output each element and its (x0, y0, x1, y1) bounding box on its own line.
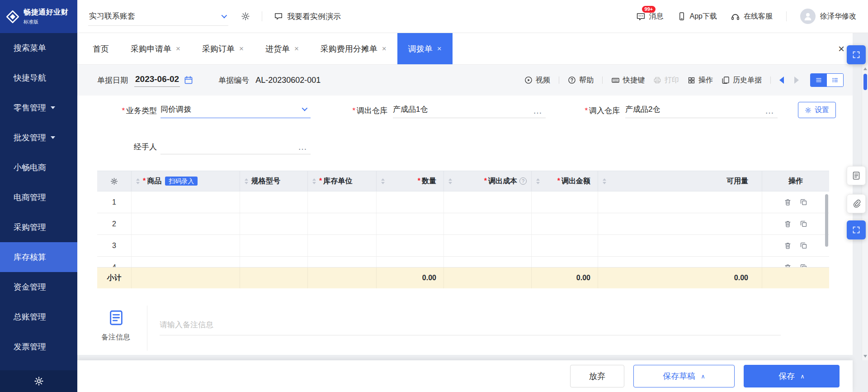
user-menu[interactable]: 徐泽华修改 (800, 9, 856, 24)
cell-unit[interactable] (308, 257, 377, 268)
demo-link[interactable]: 我要看实例演示 (274, 11, 341, 22)
in-warehouse-field[interactable]: 产成品2仓 … (625, 101, 778, 118)
print-button[interactable]: 打印 (653, 76, 679, 85)
settings-button[interactable]: 设置 (798, 102, 836, 118)
tab-transfer-order[interactable]: 调拨单× (397, 33, 453, 64)
cell-qty[interactable] (377, 235, 444, 256)
grid-column-settings[interactable] (97, 171, 132, 191)
column-header-spec[interactable]: 规格型号 (240, 171, 308, 191)
tab-goods-receipt[interactable]: 进货单× (255, 33, 310, 64)
cell-product[interactable] (132, 191, 240, 213)
cell-qty[interactable] (377, 257, 444, 268)
discard-button[interactable]: 放弃 (570, 365, 624, 387)
sidebar-item-invoice[interactable]: 发票管理 (0, 332, 77, 362)
expand-panel-button[interactable] (847, 220, 866, 239)
cell-product[interactable] (132, 235, 240, 256)
chevron-down-icon[interactable] (302, 105, 308, 111)
scrollbar-thumb[interactable] (863, 74, 867, 90)
fullscreen-button[interactable] (847, 45, 866, 64)
cell-spec[interactable] (240, 191, 308, 213)
cell-qty[interactable] (377, 213, 444, 234)
detail-view-button[interactable] (827, 74, 843, 86)
tab-close-icon[interactable]: × (437, 45, 442, 53)
next-doc-arrow[interactable] (794, 76, 799, 84)
online-service-button[interactable]: 在线客服 (731, 12, 773, 21)
sidebar-item-search-menu[interactable]: 搜索菜单 (0, 33, 77, 63)
calendar-icon[interactable] (184, 76, 193, 85)
cell-unit[interactable] (308, 213, 377, 234)
grid-scrollbar-thumb[interactable] (825, 194, 828, 247)
sidebar-item-ecom[interactable]: 电商管理 (0, 182, 77, 212)
cell-out-cost[interactable] (444, 191, 532, 213)
close-icon[interactable]: × (838, 43, 844, 54)
notes-button[interactable] (847, 166, 866, 185)
tab-close-icon[interactable]: × (294, 45, 299, 53)
sidebar-settings-button[interactable] (0, 370, 77, 392)
tab-purchase-cost-allocation[interactable]: 采购费用分摊单× (310, 33, 397, 64)
out-warehouse-field[interactable]: 产成品1仓 … (393, 101, 546, 118)
cell-out-amount[interactable] (532, 191, 598, 213)
out-warehouse-picker-icon[interactable]: … (533, 106, 543, 115)
cell-out-amount[interactable] (532, 235, 598, 256)
history-button[interactable]: 历史单据 (722, 76, 762, 85)
cell-out-cost[interactable] (444, 257, 532, 268)
scroll-down-arrow[interactable] (863, 355, 867, 358)
tab-close-icon[interactable]: × (176, 45, 180, 53)
column-header-qty[interactable]: * 数量 (377, 171, 444, 191)
sidebar-item-xiaochang-ecom[interactable]: 小畅电商 (0, 153, 77, 182)
sort-icon[interactable] (536, 178, 540, 184)
sort-icon[interactable] (312, 178, 316, 184)
delete-row-icon[interactable] (784, 263, 792, 268)
remarks-input[interactable] (160, 315, 781, 335)
tab-home[interactable]: 首页 (82, 33, 120, 64)
tab-close-icon[interactable]: × (239, 45, 244, 53)
cell-unit[interactable] (308, 235, 377, 256)
sort-icon[interactable] (136, 178, 140, 184)
column-header-out-cost[interactable]: * 调出成本 ? (444, 171, 532, 191)
copy-row-icon[interactable] (800, 198, 807, 206)
operate-button[interactable]: 操作 (688, 76, 713, 85)
delete-row-icon[interactable] (784, 220, 792, 228)
column-header-product[interactable]: * 商品 扫码录入 (132, 171, 240, 191)
cell-out-cost[interactable] (444, 235, 532, 256)
copy-row-icon[interactable] (800, 242, 807, 249)
in-warehouse-picker-icon[interactable]: … (765, 106, 775, 115)
cell-spec[interactable] (240, 257, 308, 268)
app-download-button[interactable]: App下载 (677, 12, 717, 21)
cell-spec[interactable] (240, 213, 308, 234)
sidebar-item-wholesale[interactable]: 批发管理 (0, 123, 77, 153)
doc-date-value[interactable]: 2023-06-02 (134, 73, 180, 87)
messages-button[interactable]: 99+ 消息 (636, 12, 664, 21)
sort-icon[interactable] (245, 178, 248, 184)
cell-out-cost[interactable] (444, 213, 532, 234)
copy-row-icon[interactable] (800, 263, 807, 268)
delete-row-icon[interactable] (784, 198, 792, 206)
delete-row-icon[interactable] (784, 242, 792, 249)
help-button[interactable]: 帮助 (568, 76, 594, 85)
account-select[interactable]: 实习联系账套 (88, 7, 228, 26)
scroll-up-arrow[interactable] (863, 67, 867, 70)
tab-purchase-request[interactable]: 采购申请单× (120, 33, 191, 64)
save-draft-button[interactable]: 保存草稿 ∧ (633, 365, 735, 387)
column-header-out-amount[interactable]: * 调出金额 (532, 171, 598, 191)
sidebar-item-inventory-accounting[interactable]: 库存核算 (0, 242, 77, 272)
cell-spec[interactable] (240, 235, 308, 256)
cell-unit[interactable] (308, 191, 377, 213)
sidebar-item-quick-nav[interactable]: 快捷导航 (0, 63, 77, 93)
cell-out-amount[interactable] (532, 257, 598, 268)
sidebar-item-funds[interactable]: 资金管理 (0, 272, 77, 302)
list-view-button[interactable] (811, 74, 827, 86)
prev-doc-arrow[interactable] (779, 76, 784, 84)
gear-icon[interactable] (241, 12, 250, 21)
attachment-button[interactable] (847, 194, 866, 213)
cell-out-amount[interactable] (532, 213, 598, 234)
sort-icon[interactable] (448, 178, 452, 184)
handler-picker-icon[interactable]: … (298, 142, 308, 151)
info-icon[interactable]: ? (519, 177, 527, 185)
gear-icon[interactable] (110, 177, 118, 185)
biz-type-select[interactable]: 同价调拨 (160, 101, 311, 118)
column-header-unit[interactable]: * 库存单位 (308, 171, 377, 191)
sort-icon[interactable] (603, 178, 606, 184)
cell-product[interactable] (132, 213, 240, 234)
tab-close-icon[interactable]: × (382, 45, 387, 53)
